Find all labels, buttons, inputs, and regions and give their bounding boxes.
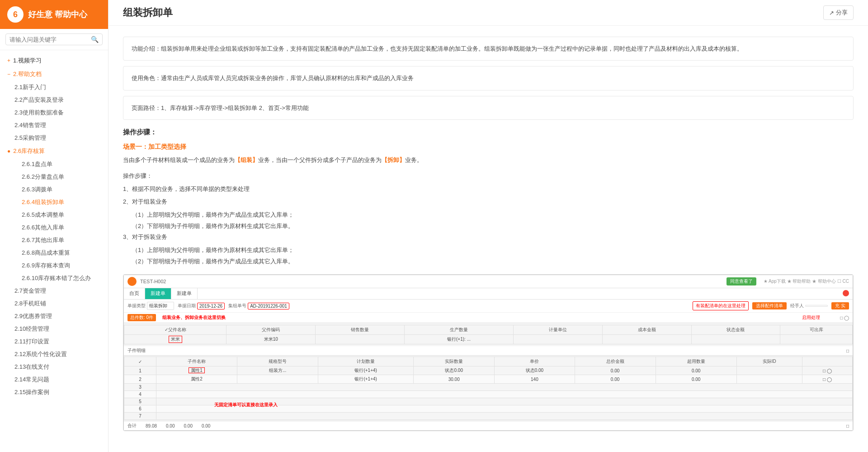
mock-lower-col-spec: 规格型号 [237,357,318,366]
share-button[interactable]: ↗ 分享 [823,5,854,20]
step3-sub1: （1）上部明细为父件明细，最终作为原材料生成其它出库单； [123,245,854,256]
intro-text: 功能介绍：组装拆卸单用来处理企业组装或拆卸等加工业务，支持有固定装配清单的产品加… [132,45,743,52]
mock-green-btn[interactable]: 同意查看了 [726,277,756,285]
mock-lr2-id [736,375,802,384]
nav-section-docs: − 2.帮助文档 2.1新手入门 2.2产品安装及登录 2.3使用前数据准备 2… [0,67,108,399]
mock-close-icon[interactable] [843,290,849,296]
search-icon[interactable]: 🔍 [91,36,99,43]
mock-upper-cell-unit [514,335,603,344]
mock-lr2-total: 0.00 [575,375,656,384]
mock-select-parts-btn[interactable]: 选择配件清单 [752,302,787,309]
mock-lr1-over: 0.00 [656,366,736,375]
mock-lr1-total: 0.00 [575,366,656,375]
mock-lower-row-2: 2 属性2 银行(+1+4) 30.00 140 0.00 0.00 □ ◯ [124,375,853,384]
sidebar-item-inventory[interactable]: ● 2.6库存核算 [0,144,108,158]
mock-field-date: 单据日期 2019-12-26 [178,303,225,309]
step2-sub1: （1）上部明细为父件明细，最终作为产成品生成其它入库单； [123,209,854,221]
sidebar-item-mobile[interactable]: 2.8手机旺铺 [0,297,108,310]
mock-handler-label: 经手人 [790,303,804,309]
mock-lower-row-1: 1 属性1 组装方... 银行(+1+4) 状态0.00 状态0.00 0.00… [124,366,853,375]
mock-lr2-actual: 30.00 [414,375,495,384]
mock-lower-col-total: 总价金额 [575,357,656,366]
sidebar-item-biz-mgmt[interactable]: 2.10经营管理 [0,323,108,335]
mock-number-input[interactable]: AD-20191226-001 [248,303,289,309]
scene-title: 场景一：加工类型选择 [123,143,854,151]
mock-lower-col-id: 实际ID [736,357,802,366]
mock-upper-table: ✓父件名称 父件编码 销售数量 生产数量 计量单位 成本金额 状态金额 可出库 [124,325,853,344]
share-icon: ↗ [829,10,834,16]
mock-topbar: TEST-H002 同意查看了 ★ App下载 ★ 帮助帮助 ★ 帮助中心 ☐ … [124,275,853,288]
mock-lr2-price: 140 [495,375,575,384]
sidebar-item-assembly[interactable]: 2.6.4组装拆卸单 [0,196,108,209]
search-box: 🔍 [0,29,108,50]
mock-lr2-spec [237,375,318,384]
plus-icon: + [7,57,10,64]
mock-section-header: 总件数: 0件 组装业务、拆卸业务在这里切换 启用处理 □ ◯ [124,313,853,323]
mock-lower-section-label: 子件明细 [127,347,146,354]
mock-tab-new1[interactable]: 新建单 [145,288,171,299]
mock-type-input[interactable]: 组装拆卸 [147,302,174,310]
sidebar-item-docs-label: 2.帮助文档 [13,70,42,78]
sidebar-item-stock-query[interactable]: 2.6.9库存账本查询 [0,259,108,272]
search-input[interactable] [9,36,91,43]
sidebar-item-cost-adjust[interactable]: 2.6.5成本调整单 [0,209,108,221]
sidebar-item-coupon[interactable]: 2.9优惠券管理 [0,310,108,323]
sidebar-item-cases[interactable]: 2.15操作案例 [0,386,108,399]
sidebar-item-print[interactable]: 2.11打印设置 [0,335,108,348]
sidebar-item-sales[interactable]: 2.4销售管理 [0,119,108,132]
sidebar-item-finance[interactable]: 2.7资金管理 [0,285,108,297]
mock-save-btn[interactable]: 充 实 [831,302,849,309]
sidebar-item-partial-stocktake[interactable]: 2.6.2分量盘点单 [0,171,108,183]
sidebar-item-other-out[interactable]: 2.6.7其他出库单 [0,234,108,247]
steps-title: 操作步骤： [123,128,854,137]
mock-col-out-avail: 可出库 [780,325,853,335]
mock-qty-label[interactable]: 总件数: 0件 [127,314,156,321]
mock-upper-cell-name[interactable]: 米米 [124,335,226,344]
mock-upper-cell-sales [316,335,405,344]
content-area: 功能介绍：组装拆卸单用来处理企业组装或拆卸等加工业务，支持有固定装配清单的产品加… [108,26,868,452]
sidebar-item-install[interactable]: 2.2产品安装及登录 [0,94,108,106]
sidebar-item-system[interactable]: 2.12系统个性化设置 [0,348,108,361]
top-bar: 组装拆卸单 ↗ 分享 [108,0,868,26]
mock-tab-new2[interactable]: 新建单 [171,288,198,299]
sidebar-item-faq[interactable]: 2.14常见问题 [0,373,108,386]
sidebar-item-newuser[interactable]: 2.1新手入门 [0,81,108,94]
mock-field-type: 单据类型 组装拆卸 [127,302,174,310]
sidebar-item-purchase[interactable]: 2.5采购管理 [0,132,108,144]
sidebar-item-online-pay[interactable]: 2.13在线支付 [0,361,108,373]
mock-tab-home[interactable]: 自页 [124,288,145,299]
mock-lower-row-3: 3 [124,384,853,391]
sidebar-item-docs[interactable]: − 2.帮助文档 [0,67,108,81]
mock-upper-cell-prod: 银行(+1): ... [404,335,513,344]
mock-lr5-seq: 5 [124,398,156,405]
minus-icon: − [7,71,10,77]
mock-company: TEST-H002 [140,279,166,284]
sidebar-item-transfer[interactable]: 2.6.3调拨单 [0,183,108,196]
path-text: 页面路径：1、库存核算->库存管理->组装拆卸单 2、首页->常用功能 [132,105,309,111]
annotation-assembly-list: 有装配清单的在这里处理 [693,301,749,310]
step2: 2、对于组装业务 [123,196,854,208]
mock-lower-col-over: 超用数量 [656,357,736,366]
mock-handler-input[interactable] [805,305,828,307]
mock-upper-row-1: 米米 米米10 银行(+1): ... [124,335,853,344]
sidebar-item-cost-recalc[interactable]: 2.6.8商品成本重算 [0,247,108,259]
mock-lr1-name[interactable]: 属性1 [156,366,237,375]
role-block: 使用角色：通常由生产人员或库管人员完成拆装业务的操作，库管人员确认原材料的出库和… [123,66,854,90]
search-wrapper[interactable]: 🔍 [5,33,103,45]
mock-upper-cell-cost [602,335,691,344]
mock-lower-row-4: 4 [124,391,853,398]
sidebar-item-other-in[interactable]: 2.6.6其他入库单 [0,221,108,234]
mock-lower-row-7: 7 [124,413,853,420]
sidebar-item-stock-error[interactable]: 2.6.10库存账本错了怎么办 [0,272,108,285]
mock-tabs: 自页 新建单 新建单 [124,288,853,300]
sidebar-item-videos[interactable]: + 1.视频学习 [0,54,108,67]
mock-date-input[interactable]: 2019-12-26 [197,303,225,309]
mock-footer-label: 合计 [127,423,137,429]
mock-lr7-seq: 7 [124,413,156,420]
mock-lower-section-header: 子件明细 □ [124,346,853,356]
mock-lower-col-plan-qty: 计划数量 [318,357,414,366]
step1: 1、根据不同的业务，选择不同单据的类型来处理 [123,184,854,195]
sidebar-item-data-prep[interactable]: 2.3使用前数据准备 [0,106,108,119]
mock-col-prod-qty: 生产数量 [404,325,513,335]
sidebar-item-stocktake[interactable]: 2.6.1盘点单 [0,158,108,171]
